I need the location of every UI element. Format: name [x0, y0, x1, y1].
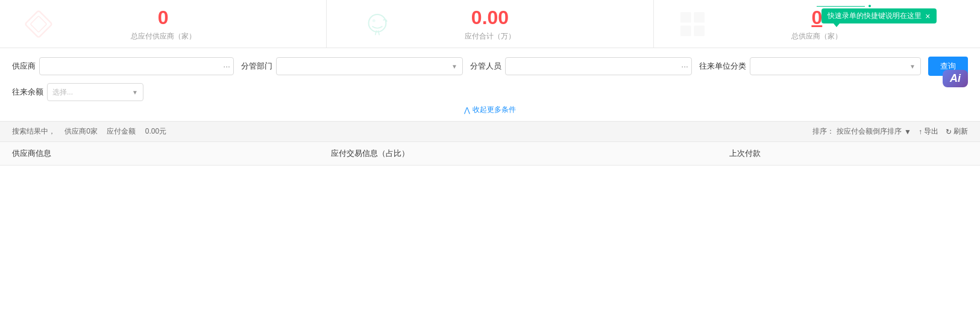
balance-label: 往来余额: [12, 87, 43, 98]
stat-total-suppliers: 快速录单的快捷键说明在这里 × 0 总供应商（家）: [654, 0, 980, 48]
refresh-button[interactable]: ↻ 刷新: [946, 126, 968, 137]
results-info: 搜索结果中， 供应商0家 应付金额 0.00元: [12, 126, 174, 137]
results-actions: 排序： 按应付会额倒序排序 ▼ ↑ 导出 ↻ 刷新: [812, 126, 968, 137]
stat-number-total-suppliers: 0: [811, 6, 822, 29]
sort-chevron: ▼: [904, 128, 911, 136]
filter-person: 分管人员 ···: [470, 57, 692, 75]
sort-label: 排序：: [812, 126, 834, 137]
filter-supplier: 供应商 ···: [12, 57, 234, 75]
balance-placeholder: 选择...: [52, 87, 73, 98]
category-select[interactable]: ▼: [750, 57, 921, 75]
person-input-wrapper: ···: [505, 57, 692, 75]
stat-label-payable-total: 应付合计（万）: [465, 31, 515, 42]
category-label: 往来单位分类: [699, 61, 746, 72]
export-icon: ↑: [919, 128, 922, 136]
stat-label-payable-suppliers: 总应付供应商（家）: [131, 31, 196, 42]
sort-select[interactable]: 排序： 按应付会额倒序排序 ▼: [812, 126, 911, 137]
table-header: 供应商信息 应付交易信息（占比） 上次付款: [0, 142, 980, 166]
refresh-label: 刷新: [953, 126, 968, 137]
ai-badge[interactable]: Ai: [943, 70, 968, 87]
svg-rect-6: [680, 25, 691, 36]
svg-rect-7: [694, 25, 705, 36]
supplier-input[interactable]: [39, 57, 234, 75]
supplier-label: 供应商: [12, 61, 36, 72]
th-supplier: 供应商信息: [12, 148, 331, 159]
tooltip-line: [817, 6, 865, 7]
department-chevron: ▼: [451, 63, 457, 70]
department-select[interactable]: ▼: [276, 57, 463, 75]
collapse-button[interactable]: ⋀ 收起更多条件: [464, 105, 516, 115]
tooltip-bubble: 快速录单的快捷键说明在这里 ×: [821, 8, 936, 23]
tooltip-text: 快速录单的快捷键说明在这里: [828, 11, 922, 21]
svg-rect-1: [30, 16, 46, 32]
collapse-label: 收起更多条件: [473, 105, 516, 115]
balance-select[interactable]: 选择... ▼: [47, 83, 143, 101]
tooltip-container: 快速录单的快捷键说明在这里 ×: [817, 4, 872, 8]
filter-row-2: 往来余额 选择... ▼: [12, 83, 968, 101]
svg-rect-4: [680, 12, 691, 23]
collapse-bar: ⋀ 收起更多条件: [12, 101, 968, 121]
person-more-btn[interactable]: ···: [681, 61, 688, 71]
table-body: [0, 166, 980, 310]
stat-number-payable-total: 0.00: [471, 6, 509, 29]
sort-value: 按应付会额倒序排序: [837, 126, 902, 137]
tooltip-close-btn[interactable]: ×: [925, 12, 930, 20]
filter-department: 分管部门 ▼: [241, 57, 463, 75]
supplier-more-btn[interactable]: ···: [223, 61, 230, 71]
person-input[interactable]: [505, 57, 692, 75]
department-label: 分管部门: [241, 61, 272, 72]
supplier-input-wrapper: ···: [39, 57, 234, 75]
th-transaction: 应付交易信息（占比）: [331, 148, 729, 159]
diamond-icon: [24, 10, 53, 39]
export-button[interactable]: ↑ 导出: [919, 126, 938, 137]
svg-rect-5: [694, 12, 705, 23]
tooltip-dot: [867, 4, 872, 8]
th-payment: 上次付款: [729, 148, 969, 159]
category-chevron: ▼: [909, 63, 916, 70]
filter-area: 供应商 ··· 分管部门 ▼ 分管人员 ··· 往来单位分类: [0, 48, 980, 122]
results-bar: 搜索结果中， 供应商0家 应付金额 0.00元 排序： 按应付会额倒序排序 ▼ …: [0, 122, 980, 142]
svg-point-2: [369, 14, 386, 32]
amount-label: 应付金额: [107, 127, 136, 135]
stat-label-total-suppliers: 总供应商（家）: [791, 31, 842, 42]
stat-number-payable-suppliers: 0: [158, 6, 169, 29]
filter-category: 往来单位分类 ▼: [699, 57, 921, 75]
export-label: 导出: [924, 126, 938, 137]
filter-balance: 往来余额 选择... ▼: [12, 83, 143, 101]
svg-point-3: [372, 19, 375, 22]
stats-bar: 0 总应付供应商（家） 0.00 应付合计（万） 快速录单的快捷键说明在这里 ×: [0, 0, 980, 48]
balance-chevron: ▼: [132, 89, 138, 96]
refresh-icon: ↻: [946, 128, 952, 136]
pig-icon: [363, 10, 392, 39]
stat-total-payable-suppliers: 0 总应付供应商（家）: [0, 0, 327, 48]
collapse-icon: ⋀: [464, 106, 470, 114]
grid-icon: [678, 10, 707, 39]
person-label: 分管人员: [470, 61, 501, 72]
amount-value: 0.00元: [145, 127, 166, 135]
filter-row-1: 供应商 ··· 分管部门 ▼ 分管人员 ··· 往来单位分类: [12, 57, 968, 76]
supplier-count: 供应商0家: [64, 127, 98, 135]
stat-payable-total: 0.00 应付合计（万）: [327, 0, 653, 48]
svg-rect-0: [25, 10, 52, 37]
search-label: 搜索结果中，: [12, 127, 55, 135]
